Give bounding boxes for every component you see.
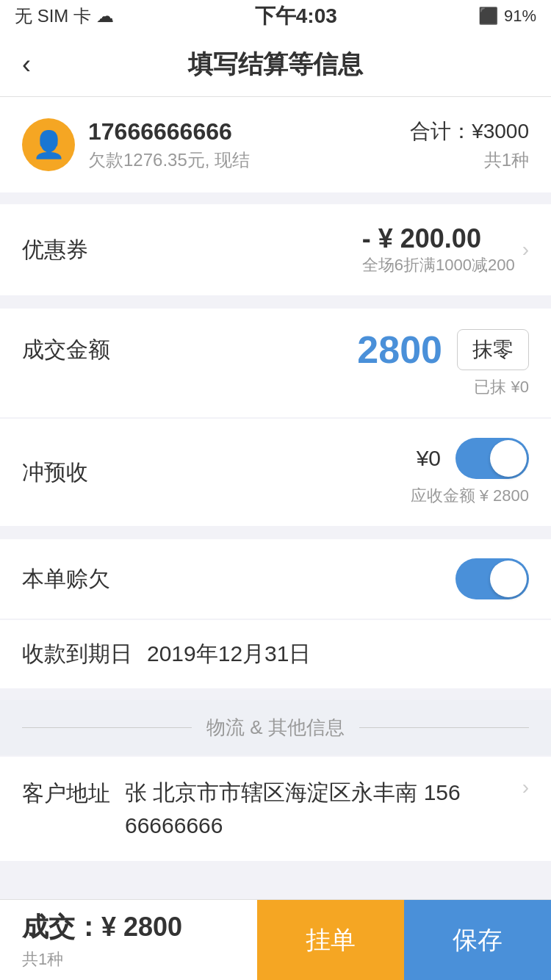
prepay-label: 冲预收 [22, 458, 88, 488]
footer-deal-text: 成交： [22, 912, 101, 942]
footer: 成交：¥ 2800 共1种 挂单 保存 [0, 899, 551, 980]
amount-right: 2800 抹零 [357, 328, 529, 372]
address-section[interactable]: 客户地址 张 北京市市辖区海淀区永丰南 156 66666666 › [0, 757, 551, 861]
coupon-right: - ¥ 200.00 全场6折满1000减200 › [362, 223, 529, 276]
logistics-divider: 物流 & 其他信息 [0, 700, 551, 755]
separator-1 [0, 297, 551, 309]
signal-text: 无 SIM 卡 ☁ [15, 4, 114, 28]
amount-label: 成交金额 [22, 335, 110, 365]
customer-card: 👤 17666666666 欠款1276.35元, 现结 合计：¥3000 共1… [0, 97, 551, 192]
round-button[interactable]: 抹零 [457, 329, 529, 370]
credit-toggle[interactable] [455, 558, 529, 599]
footer-deal-label: 成交：¥ 2800 [22, 909, 235, 945]
battery-percent: 91% [504, 7, 536, 26]
coupon-row[interactable]: 优惠券 - ¥ 200.00 全场6折满1000减200 › [0, 204, 551, 295]
total-count: 共1种 [410, 148, 529, 172]
prepay-sub: 应收金额 ¥ 2800 [411, 485, 529, 507]
separator-2 [0, 527, 551, 539]
amount-section: 成交金额 2800 抹零 已抹 ¥0 [0, 309, 551, 417]
credit-section: 本单赊欠 [0, 539, 551, 619]
prepay-right: ¥0 应收金额 ¥ 2800 [411, 438, 529, 507]
amount-value: 2800 [357, 328, 442, 372]
coupon-desc: 全场6折满1000减200 [362, 254, 515, 276]
avatar: 👤 [22, 118, 75, 171]
credit-label: 本单赊欠 [22, 564, 110, 594]
nav-bar: ‹ 填写结算等信息 [0, 32, 551, 97]
status-left: 无 SIM 卡 ☁ [15, 4, 114, 28]
chevron-right-icon: › [522, 238, 529, 262]
address-chevron-icon: › [522, 776, 529, 799]
hang-button[interactable]: 挂单 [257, 900, 404, 981]
divider-line-left [22, 727, 192, 728]
status-bar: 无 SIM 卡 ☁ 下午4:03 ⬛ 91% [0, 0, 551, 32]
amount-row: 成交金额 2800 抹零 [22, 328, 529, 372]
prepay-value-row: ¥0 [417, 438, 529, 479]
address-value: 张 北京市市辖区海淀区永丰南 156 66666666 [125, 776, 522, 842]
status-right: ⬛ 91% [478, 7, 536, 26]
due-label: 收款到期日 [22, 639, 132, 669]
customer-right: 合计：¥3000 共1种 [410, 118, 529, 172]
footer-info: 成交：¥ 2800 共1种 [0, 909, 257, 970]
credit-toggle-knob [490, 561, 527, 597]
coupon-label: 优惠券 [22, 235, 88, 265]
prepay-toggle[interactable] [455, 438, 529, 479]
address-label: 客户地址 [22, 776, 110, 809]
page-title: 填写结算等信息 [188, 48, 363, 82]
customer-info: 17666666666 欠款1276.35元, 现结 [88, 118, 250, 172]
customer-note: 欠款1276.35元, 现结 [88, 148, 250, 172]
due-date-section: 收款到期日 2019年12月31日 [0, 620, 551, 688]
divider-line-right [359, 727, 529, 728]
prepay-section: 冲预收 ¥0 应收金额 ¥ 2800 [0, 419, 551, 526]
logistics-text: 物流 & 其他信息 [206, 715, 345, 741]
prepay-amount: ¥0 [417, 446, 441, 471]
save-button[interactable]: 保存 [404, 900, 551, 981]
due-date-value: 2019年12月31日 [147, 639, 311, 669]
footer-deal-amount: ¥ 2800 [101, 912, 182, 942]
footer-count: 共1种 [22, 948, 235, 970]
battery-icon: ⬛ [478, 7, 498, 26]
customer-phone: 17666666666 [88, 118, 250, 145]
customer-left: 👤 17666666666 欠款1276.35元, 现结 [22, 118, 250, 172]
avatar-icon: 👤 [32, 129, 65, 160]
total-amount: 合计：¥3000 [410, 118, 529, 145]
toggle-knob [490, 440, 527, 477]
status-time: 下午4:03 [255, 2, 337, 30]
back-button[interactable]: ‹ [22, 49, 66, 80]
amount-sub: 已抹 ¥0 [22, 376, 529, 398]
coupon-discount: - ¥ 200.00 [362, 223, 515, 254]
